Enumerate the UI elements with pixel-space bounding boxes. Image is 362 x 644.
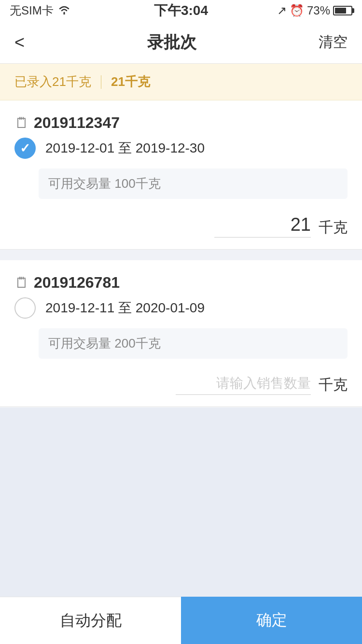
battery-percent: 73% (307, 4, 330, 17)
batch2-id-row: 🗒 2019126781 (0, 260, 362, 297)
batch1-doc-icon: 🗒 (14, 115, 29, 131)
bottom-area (0, 408, 362, 611)
auto-distribute-button[interactable]: 自动分配 (0, 597, 181, 644)
info-banner: 已录入21千克 21千克 (0, 64, 362, 100)
batch2-doc-icon: 🗒 (14, 275, 29, 291)
batch1-underline (214, 237, 311, 238)
batch2-underline (176, 394, 311, 395)
batch2-available: 可用交易量 200千克 (39, 328, 348, 359)
batch2-date: 2019-12-11 至 2020-01-09 (45, 299, 205, 317)
batch2-unit: 千克 (319, 375, 348, 395)
page-title: 录批次 (147, 31, 196, 54)
bottom-buttons: 自动分配 确定 (0, 597, 362, 644)
batch1-amount-value: 21 (291, 214, 311, 235)
batch2-id: 2019126781 (34, 274, 120, 292)
batch1-date: 2019-12-01 至 2019-12-30 (45, 139, 205, 157)
recorded-label: 已录入21千克 (14, 73, 91, 90)
batch1-amount-row: 21 千克 (0, 210, 362, 250)
section-separator (0, 251, 362, 260)
batch2-input-display: 请输入销售数量 (176, 374, 311, 395)
location-icon: ↗ (277, 4, 287, 17)
batch1-id-row: 🗒 2019112347 (0, 100, 362, 138)
batch2-placeholder[interactable]: 请输入销售数量 (216, 374, 311, 392)
confirm-button[interactable]: 确定 (181, 597, 362, 644)
batch1-radio[interactable] (14, 138, 36, 159)
batch2-input-row: 请输入销售数量 千克 (0, 370, 362, 407)
carrier-text: 无SIM卡 (10, 3, 54, 18)
batch1-amount-display: 21 (214, 214, 311, 238)
clear-button[interactable]: 清空 (319, 32, 348, 52)
batch1-id: 2019112347 (34, 114, 120, 132)
back-button[interactable]: < (14, 32, 25, 53)
batch2-radio[interactable] (14, 297, 36, 319)
status-left: 无SIM卡 (10, 3, 71, 18)
status-right: ↗ ⏰ 73% (277, 4, 352, 17)
recorded-value: 21千克 (111, 73, 150, 90)
batch1-card: 🗒 2019112347 2019-12-01 至 2019-12-30 可用交… (0, 100, 362, 250)
batch1-available: 可用交易量 100千克 (39, 168, 348, 199)
nav-bar: < 录批次 清空 (0, 21, 362, 64)
batch2-date-row: 2019-12-11 至 2020-01-09 (0, 297, 362, 328)
status-time: 下午3:04 (154, 1, 208, 20)
batch1-unit: 千克 (319, 218, 348, 238)
wifi-icon (57, 4, 71, 17)
alarm-icon: ⏰ (290, 4, 304, 17)
batch2-card: 🗒 2019126781 2019-12-11 至 2020-01-09 可用交… (0, 260, 362, 407)
batch1-date-row: 2019-12-01 至 2019-12-30 (0, 138, 362, 168)
banner-divider (101, 75, 101, 89)
battery-icon (333, 6, 352, 15)
status-bar: 无SIM卡 下午3:04 ↗ ⏰ 73% (0, 0, 362, 21)
